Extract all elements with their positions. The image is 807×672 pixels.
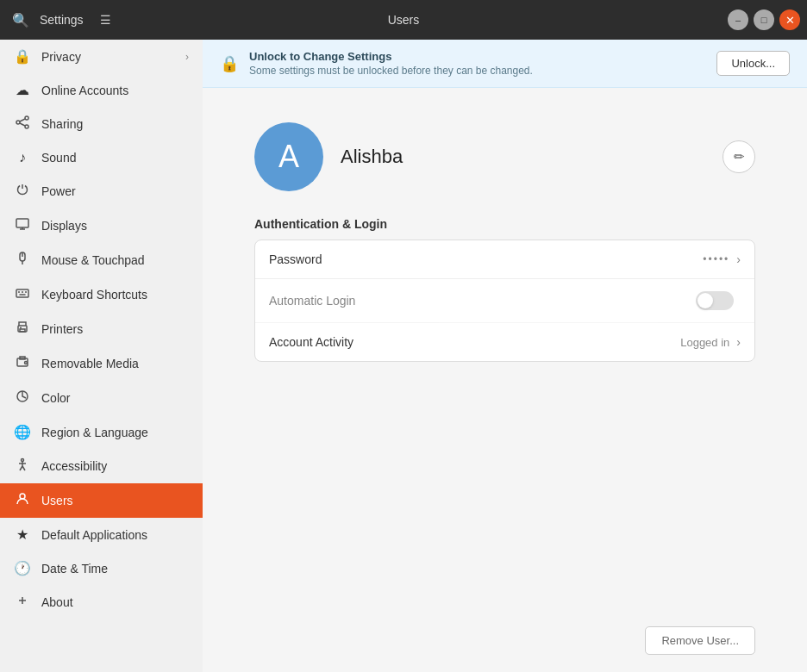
sidebar-item-label: Privacy [41,50,81,64]
unlock-button[interactable]: Unlock... [716,51,790,76]
automatic-login-label: Automatic Login [269,294,696,308]
window-controls: – □ ✕ [728,9,800,30]
sidebar-item-label: Sound [41,151,76,165]
account-activity-label: Account Activity [269,335,680,349]
color-icon [14,389,31,407]
username: Alishba [341,146,705,168]
removable-media-icon [14,355,31,372]
password-dots: ••••• [703,253,729,265]
window-title: Users [388,13,420,27]
svg-line-27 [22,466,25,470]
sidebar-item-sound[interactable]: ♪ Sound [0,141,203,174]
svg-point-1 [16,121,20,124]
sidebar-item-region-language[interactable]: 🌐 Region & Language [0,415,203,449]
sidebar-item-color[interactable]: Color [0,381,203,415]
auth-section: Authentication & Login Password ••••• › … [203,217,807,388]
titlebar-left: 🔍 Settings ☰ [7,6,120,34]
sidebar-item-mouse-touchpad[interactable]: Mouse & Touchpad [0,243,203,277]
lock-icon: 🔒 [220,54,239,73]
svg-point-23 [22,459,24,462]
password-chevron: › [736,252,741,266]
privacy-icon: 🔒 [14,48,31,65]
unlock-title: Unlock to Change Settings [249,50,706,63]
remove-user-button[interactable]: Remove User... [645,626,755,655]
mouse-icon [14,252,31,269]
sidebar-item-label: Date & Time [41,562,108,576]
account-activity-value: Logged in [680,336,729,349]
edit-button[interactable]: ✏ [723,140,755,173]
svg-point-0 [25,116,28,120]
maximize-button[interactable]: □ [754,9,774,30]
svg-line-3 [20,119,25,121]
sidebar-item-label: Printers [41,322,83,336]
svg-point-28 [20,494,25,499]
svg-rect-17 [20,329,25,332]
main-window: 🔒 Privacy › ☁ Online Accounts Sharing [0,40,807,672]
svg-line-4 [20,123,25,126]
sidebar-item-label: Accessibility [41,459,107,473]
account-activity-chevron: › [736,335,741,349]
automatic-login-toggle[interactable] [696,291,734,310]
accessibility-icon [14,457,31,475]
menu-icon: ☰ [100,13,111,27]
search-button[interactable]: 🔍 [7,6,34,34]
chevron-icon: › [185,51,189,63]
sidebar-item-default-applications[interactable]: ★ Default Applications [0,518,203,551]
sidebar-item-label: Mouse & Touchpad [41,253,145,267]
sidebar-item-label: Region & Language [41,426,148,439]
svg-line-26 [20,466,22,470]
minimize-icon: – [735,15,741,25]
titlebar: 🔍 Settings ☰ Users – □ ✕ [0,0,807,40]
sidebar-item-label: About [41,595,73,609]
account-activity-row[interactable]: Account Activity Logged in › [255,323,754,361]
menu-button[interactable]: ☰ [92,6,120,34]
sidebar-item-label: Color [41,391,70,405]
sidebar-item-label: Power [41,184,76,198]
avatar-letter: A [278,139,299,175]
power-icon [14,183,31,200]
svg-rect-11 [16,289,28,297]
sidebar-item-label: Displays [41,219,87,233]
datetime-icon: 🕐 [14,560,31,576]
svg-rect-5 [16,219,28,227]
sidebar-item-label: Default Applications [41,528,147,542]
sidebar-item-accessibility[interactable]: Accessibility [0,449,203,483]
sidebar-item-displays[interactable]: Displays [0,208,203,243]
avatar: A [254,122,323,191]
sidebar-item-power[interactable]: Power [0,174,203,208]
password-label: Password [269,252,703,266]
unlock-text: Unlock to Change Settings Some settings … [249,50,706,77]
sidebar-item-privacy[interactable]: 🔒 Privacy › [0,40,203,73]
about-icon [14,594,31,611]
online-accounts-icon: ☁ [14,82,31,98]
content-area: 🔒 Unlock to Change Settings Some setting… [203,40,807,672]
sidebar-item-removable-media[interactable]: Removable Media [0,346,203,381]
auth-card: Password ••••• › Automatic Login Account… [254,240,755,362]
password-row[interactable]: Password ••••• › [255,240,754,279]
unlock-subtitle: Some settings must be unlocked before th… [249,65,706,77]
sidebar-item-about[interactable]: About [0,585,203,619]
users-icon [14,492,31,509]
sidebar-item-label: Removable Media [41,357,139,370]
sidebar-item-keyboard-shortcuts[interactable]: Keyboard Shortcuts [0,277,203,312]
sidebar-item-online-accounts[interactable]: ☁ Online Accounts [0,73,203,107]
sidebar-item-label: Keyboard Shortcuts [41,288,147,302]
keyboard-icon [14,286,31,303]
unlock-banner: 🔒 Unlock to Change Settings Some setting… [203,40,807,88]
svg-point-2 [25,125,28,128]
default-apps-icon: ★ [14,526,31,543]
printers-icon [14,320,31,338]
maximize-icon: □ [761,15,767,25]
region-icon: 🌐 [14,424,31,440]
minimize-button[interactable]: – [728,9,748,30]
sidebar-item-printers[interactable]: Printers [0,312,203,346]
sidebar-item-users[interactable]: Users [0,483,203,518]
edit-icon: ✏ [734,149,745,165]
close-button[interactable]: ✕ [779,9,800,30]
sidebar-item-sharing[interactable]: Sharing [0,107,203,141]
sidebar-item-date-time[interactable]: 🕐 Date & Time [0,551,203,585]
sound-icon: ♪ [14,150,31,165]
automatic-login-row: Automatic Login [255,279,754,323]
svg-point-21 [25,362,28,364]
bottom-actions: Remove User... [203,609,807,672]
